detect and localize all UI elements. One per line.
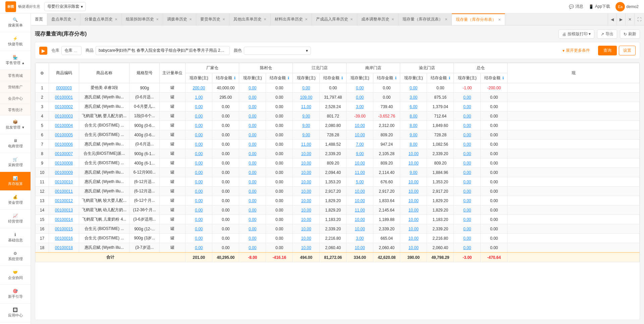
table-cell[interactable]: 00100015	[49, 224, 79, 234]
table-cell[interactable]: 0.00	[454, 168, 481, 177]
table-cell[interactable]: 0.00	[185, 130, 212, 140]
tab-assemble-close[interactable]: ✕	[156, 17, 159, 21]
table-cell[interactable]: 5.00	[346, 177, 373, 187]
product-input[interactable]: babycare孕妇待产包 春季入院全套母子组合孕妇产后冬季月子用品 22件套 …	[96, 46, 230, 55]
table-cell[interactable]: 0000003	[49, 83, 79, 93]
message-action[interactable]: 💬 消息	[569, 4, 583, 9]
table-cell[interactable]: 00100003	[49, 111, 79, 121]
table-cell[interactable]: 0.00	[185, 158, 212, 168]
table-cell[interactable]: 0.00	[400, 83, 427, 93]
table-cell[interactable]: 0.00	[185, 177, 212, 187]
table-cell[interactable]: 00100008	[49, 158, 79, 168]
tab-material-close[interactable]: ✕	[305, 17, 308, 21]
info-icon-factory[interactable]: ℹ	[234, 76, 235, 80]
table-cell[interactable]: 0.00	[454, 130, 481, 140]
user-profile[interactable]: Ea demo2	[615, 2, 639, 11]
table-cell[interactable]: 10.00	[346, 187, 373, 196]
table-cell[interactable]: 11.00	[293, 140, 320, 149]
table-cell[interactable]: 8.00	[400, 111, 427, 121]
table-cell[interactable]: 10.00	[293, 177, 320, 187]
table-cell[interactable]: 10.00	[293, 205, 320, 215]
table-cell[interactable]: 11.00	[346, 168, 373, 177]
table-cell[interactable]: 200.00	[185, 83, 212, 93]
tab-inventory-check[interactable]: 盘点单历史 ✕	[47, 13, 80, 26]
table-cell[interactable]: 0.00	[454, 111, 481, 121]
table-cell[interactable]: 0.00	[185, 149, 212, 158]
table-cell[interactable]: 9.00	[346, 149, 373, 158]
sidebar-item-retail-stats[interactable]: 零售统计	[0, 104, 31, 115]
refresh-button[interactable]: ↻ 刷新	[620, 30, 640, 39]
table-cell[interactable]: 0.00	[346, 83, 373, 93]
table-cell[interactable]: 00100010	[49, 177, 79, 187]
table-cell[interactable]: 10.00	[293, 149, 320, 158]
sidebar-item-assets[interactable]: 💰 资金管理	[0, 191, 31, 210]
table-cell[interactable]: 0.00	[454, 234, 481, 243]
col-gear[interactable]: ⚙	[36, 63, 49, 83]
sidebar-item-marketing[interactable]: 营销推广	[0, 81, 31, 93]
print-button[interactable]: 🖨 按模版打印 ▾	[558, 30, 594, 39]
table-cell[interactable]: 11.00	[346, 205, 373, 215]
table-cell[interactable]: 00100009	[49, 168, 79, 177]
settings-button[interactable]: 设置	[619, 46, 636, 55]
table-cell[interactable]: 3.00	[346, 102, 373, 111]
table-cell[interactable]: 0.00	[454, 177, 481, 187]
table-cell[interactable]: 0.00	[239, 215, 266, 224]
table-cell[interactable]: 9.00	[293, 111, 320, 121]
table-cell[interactable]: 00100013	[49, 205, 79, 215]
table-cell[interactable]: 109.00	[293, 93, 320, 102]
tab-close-all-btn[interactable]: ✕	[625, 13, 634, 26]
table-cell[interactable]: 10.00	[400, 205, 427, 215]
table-cell[interactable]: 0.00	[454, 121, 481, 130]
tab-product-in[interactable]: 产成品入库单历史 ✕	[312, 13, 357, 26]
sidebar-item-search[interactable]: 🔍 搜索英单	[0, 13, 31, 32]
table-cell[interactable]: 00100016	[49, 234, 79, 243]
table-cell[interactable]: 10.00	[293, 243, 320, 253]
table-cell[interactable]: 10.00	[293, 158, 320, 168]
table-cell[interactable]: 00100006	[49, 140, 79, 149]
sidebar-item-basic[interactable]: ℹ 基础信息	[0, 228, 31, 247]
table-cell[interactable]: 10.00	[346, 121, 373, 130]
table-cell[interactable]: 00100018	[49, 243, 79, 253]
table-cell[interactable]: 0.00	[454, 224, 481, 234]
table-cell[interactable]: 0.00	[185, 205, 212, 215]
company-selector[interactable]: 母婴行业演示陈套 ▾	[44, 2, 86, 11]
export-button[interactable]: ↗ 导出	[597, 30, 617, 39]
table-cell[interactable]: 0.00	[454, 187, 481, 196]
table-cell[interactable]: 9.00	[400, 168, 427, 177]
table-cell[interactable]: 10.00	[346, 215, 373, 224]
table-cell[interactable]: 3.00	[346, 234, 373, 243]
table-cell[interactable]: 0.00	[185, 102, 212, 111]
tab-assemble[interactable]: 组装拆卸单历史 ✕	[122, 13, 163, 26]
tab-material-out[interactable]: 材料出库单历史 ✕	[271, 13, 312, 26]
sidebar-item-enterprise[interactable]: 🤝 企业协同	[0, 266, 31, 285]
table-cell[interactable]: 0.00	[239, 243, 266, 253]
table-cell[interactable]: 0.00	[239, 158, 266, 168]
tab-home[interactable]: 首页	[31, 13, 47, 26]
table-cell[interactable]: 0.00	[239, 168, 266, 177]
tab-other-out-close[interactable]: ✕	[264, 17, 266, 21]
table-cell[interactable]: 0.00	[454, 102, 481, 111]
table-cell[interactable]: 00100007	[49, 149, 79, 158]
table-cell[interactable]: 7.00	[346, 140, 373, 149]
table-cell[interactable]: 0.00	[185, 111, 212, 121]
table-cell[interactable]: 9.00	[293, 130, 320, 140]
tab-next-btn[interactable]: ▶	[616, 13, 625, 26]
table-cell[interactable]: 9.00	[293, 121, 320, 130]
expand-filter-button[interactable]: ▾ 展开更多条件	[562, 48, 590, 53]
info-icon-chen[interactable]: ℹ	[288, 76, 289, 80]
table-cell[interactable]: 0.00	[239, 149, 266, 158]
sidebar-item-stock[interactable]: 📊 库存核算	[0, 172, 31, 191]
table-cell[interactable]: 0.00	[239, 121, 266, 130]
table-cell[interactable]: 10.00	[400, 177, 427, 187]
tab-purchase-order[interactable]: 要货单历史 ✕	[196, 13, 229, 26]
table-cell[interactable]: 00100012	[49, 196, 79, 205]
tab-current-stock[interactable]: 现存量（库存状况表） ✕	[398, 13, 452, 26]
table-cell[interactable]: 0.00	[185, 168, 212, 177]
table-cell[interactable]: 0.00	[185, 140, 212, 149]
table-cell[interactable]: 10.00	[346, 130, 373, 140]
table-cell[interactable]: 00100014	[49, 215, 79, 224]
table-cell[interactable]: 10.00	[400, 234, 427, 243]
warehouse-input[interactable]: 仓库 ...	[61, 46, 82, 55]
table-cell[interactable]: 10.00	[400, 158, 427, 168]
table-cell[interactable]: 0.00	[239, 93, 266, 102]
